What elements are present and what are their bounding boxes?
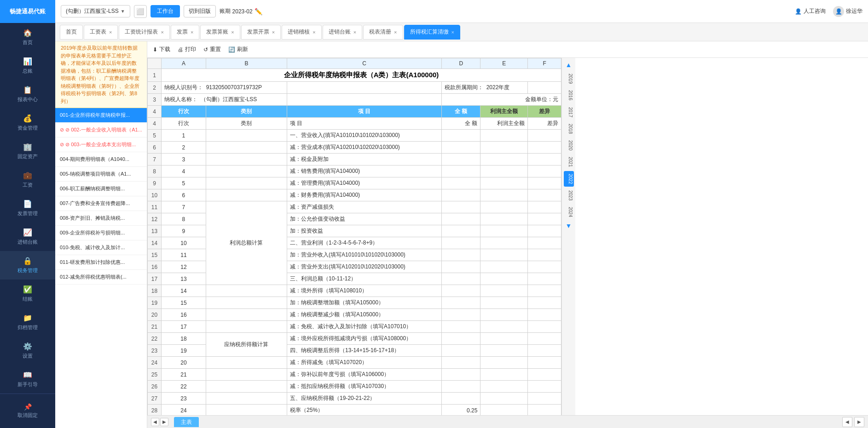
cell-lrqz-25[interactable] (480, 369, 528, 381)
cell-lrqz-13[interactable] (480, 225, 528, 237)
sidebar-item-1[interactable]: 📊总账 (0, 51, 55, 80)
cell-je-4[interactable]: 全 额 (442, 118, 480, 130)
sidebar-item-5[interactable]: 💼工资 (0, 165, 55, 194)
cell-cy-17[interactable] (528, 273, 561, 285)
cell-lrqz-14[interactable] (480, 237, 528, 249)
tab-item-0[interactable]: 首页 (60, 25, 83, 40)
period-edit-icon[interactable]: ✏️ (255, 8, 262, 15)
switch-old-button[interactable]: 切到旧版 (184, 5, 216, 17)
sidebar-unpin[interactable]: 📌 取消固定 (0, 399, 55, 422)
pagination-next[interactable]: ▶ (854, 417, 864, 427)
tab-close-4[interactable]: × (231, 29, 234, 35)
cell-cy-25[interactable] (528, 369, 561, 381)
copy-icon[interactable]: ⬜ (134, 5, 147, 18)
cell-je-10[interactable] (442, 189, 480, 201)
tab-close-2[interactable]: × (161, 29, 163, 35)
cell-cy-11[interactable] (528, 201, 561, 213)
cell-cy-16[interactable] (528, 261, 561, 273)
cell-je-26[interactable] (442, 381, 480, 393)
cell-je-17[interactable] (442, 273, 480, 285)
ai-consult-btn[interactable]: 👤 人工咨询 (795, 7, 826, 15)
tab-item-3[interactable]: 发票× (171, 25, 199, 40)
cell-lrqz-26[interactable] (480, 381, 528, 393)
year-down-btn[interactable]: ▼ (564, 221, 574, 231)
year-item-2020[interactable]: 2020 (564, 137, 574, 153)
form-item-001[interactable]: 001-企业所得税年度纳税申报... (55, 108, 147, 123)
print-button[interactable]: 🖨 打印 (178, 46, 196, 53)
cell-lrqz-16[interactable] (480, 261, 528, 273)
cell-lrqz-15[interactable] (480, 249, 528, 261)
cell-lrqz-11[interactable] (480, 201, 528, 213)
tab-item-8[interactable]: 税表清册× (363, 25, 403, 40)
tab-close-7[interactable]: × (353, 29, 356, 35)
year-item-2023[interactable]: 2023 (564, 188, 574, 203)
tab-close-6[interactable]: × (312, 29, 315, 35)
cell-lrqz-18[interactable] (480, 285, 528, 297)
cell-je-5[interactable] (442, 130, 480, 142)
cell-je-16[interactable] (442, 261, 480, 273)
year-item-2018[interactable]: 2018 (564, 121, 574, 137)
cell-cy-27[interactable] (528, 393, 561, 405)
sidebar-item-7[interactable]: 📈进销台账 (0, 223, 55, 251)
tab-item-2[interactable]: 工资统计报表× (119, 25, 169, 40)
reset-button[interactable]: ↺ 重置 (203, 46, 221, 53)
refresh-button[interactable]: 🔄 刷新 (228, 46, 248, 53)
cell-cy-14[interactable] (528, 237, 561, 249)
cell-je-12[interactable] (442, 213, 480, 225)
cell-lrqz-28[interactable] (480, 405, 528, 416)
spreadsheet-wrapper[interactable]: A B C D E F 1企业所得税年度纳税申报表（A类）主表( (147, 58, 561, 415)
sheet-next-btn[interactable]: ▶ (160, 418, 168, 426)
cell-lrqz-6[interactable] (480, 142, 528, 154)
cell-cy-15[interactable] (528, 249, 561, 261)
tab-item-6[interactable]: 进销稽核× (282, 25, 321, 40)
cell-cy-20[interactable] (528, 309, 561, 321)
cell-lrqz-24[interactable] (480, 357, 528, 369)
cell-je-22[interactable] (442, 333, 480, 345)
sidebar-item-0[interactable]: 🏠首页 (0, 23, 55, 51)
cell-cy-28[interactable] (528, 405, 561, 416)
cell-je-19[interactable] (442, 297, 480, 309)
cell-lrqz-19[interactable] (480, 297, 528, 309)
cell-je-6[interactable] (442, 142, 480, 154)
cell-je-13[interactable] (442, 225, 480, 237)
sidebar-item-3[interactable]: 💰资金管理 (0, 108, 55, 137)
tab-close-8[interactable]: × (394, 29, 397, 35)
cell-cy-21[interactable] (528, 321, 561, 333)
tab-item-4[interactable]: 发票算账× (200, 25, 240, 40)
tab-item-7[interactable]: 进销台账× (323, 25, 362, 40)
sheet-prev-btn[interactable]: ◀ (151, 418, 159, 426)
cell-cy-24[interactable] (528, 357, 561, 369)
form-item-009[interactable]: 009-企业所得税补亏损明细... (55, 226, 147, 240)
year-item-2022[interactable]: 2022 (564, 171, 574, 187)
user-profile[interactable]: 👤 徐运华 (833, 6, 862, 17)
download-button[interactable]: ⬇ 下载 (153, 46, 170, 53)
cell-cy-4[interactable]: 差异 (528, 118, 561, 130)
form-item-010[interactable]: 010-免税、减计收入及加计... (55, 240, 147, 255)
cell-cy-23[interactable] (528, 345, 561, 357)
cell-lrqz-21[interactable] (480, 321, 528, 333)
pagination-prev[interactable]: ◀ (842, 417, 852, 427)
form-item-007[interactable]: 007-广告费和业务宣传费超降... (55, 196, 147, 211)
year-item-2019[interactable]: 2019 (564, 71, 574, 86)
cell-lrqz-7[interactable] (480, 154, 528, 165)
cell-je-27[interactable] (442, 393, 480, 405)
cell-je-7[interactable] (442, 154, 480, 165)
form-item-003[interactable]: ⊘ 003-一般企业成本支出明细... (55, 137, 147, 152)
tab-item-9[interactable]: 所得税汇算清缴× (404, 25, 460, 40)
form-item-012[interactable]: 012-减免所得税优惠明细表(... (55, 270, 147, 285)
cell-lrqz-23[interactable] (480, 345, 528, 357)
year-item-2017[interactable]: 2017 (564, 104, 574, 120)
cell-cy-22[interactable] (528, 333, 561, 345)
sidebar-item-4[interactable]: 🏢固定资产 (0, 137, 55, 165)
cell-je-24[interactable] (442, 357, 480, 369)
tab-close-9[interactable]: × (451, 29, 454, 35)
year-up-btn[interactable]: ▲ (564, 60, 574, 70)
form-item-008[interactable]: 008-资产折旧、摊销及纳税... (55, 211, 147, 226)
sheet-tab-main[interactable]: 主表 (174, 417, 199, 427)
cell-cy-6[interactable] (528, 142, 561, 154)
cell-lrqz-8[interactable] (480, 165, 528, 177)
cell-je-18[interactable] (442, 285, 480, 297)
sidebar-item-2[interactable]: 📋报表中心 (0, 80, 55, 108)
cell-lrqz-4[interactable]: 利润主全额 (480, 118, 528, 130)
cell-lrqz-12[interactable] (480, 213, 528, 225)
